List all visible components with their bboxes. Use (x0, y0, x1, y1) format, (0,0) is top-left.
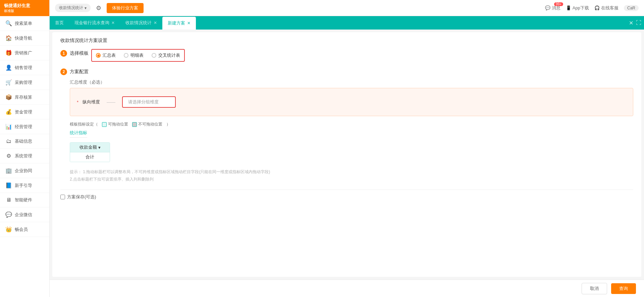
breadcrumb: 收款情况统计 ▾ (55, 4, 91, 12)
sidebar-item-operations[interactable]: 📊 经营管理 (0, 119, 49, 134)
template-radio-group: 汇总表 明细表 交叉统计表 (91, 49, 185, 62)
step2-title: 方案配置 (70, 69, 89, 75)
messages-button[interactable]: 💬 消息 99+ (545, 5, 560, 11)
tab-home[interactable]: 首页 (50, 16, 69, 30)
hint-1: 提示： 1.拖动标题栏可以调整布局，不可跨维度或指标区域拖动栏目字段(只能在同一… (70, 168, 633, 176)
draggable-indicator: 可拖动位置 (102, 121, 128, 127)
query-button[interactable]: 查询 (611, 283, 636, 294)
sidebar-item-member[interactable]: 👑 畅会员 (0, 222, 49, 237)
vertical-dim-label: 纵向维度 (83, 99, 100, 105)
cancel-button[interactable]: 取消 (582, 283, 607, 294)
hint-section: 提示： 1.拖动标题栏可以调整布局，不可跨维度或指标区域拖动栏目字段(只能在同一… (70, 168, 633, 183)
radio-detail-label: 明细表 (130, 52, 144, 58)
metrics-label-row: 模板指标设定（ 可拖动位置 不可拖动位置 ） (70, 121, 633, 127)
sidebar-item-guide[interactable]: 📘 新手引导 (0, 178, 49, 193)
sidebar-item-label: 营销推广 (15, 50, 32, 56)
dimension-area: * 纵向维度 —— 请选择分组维度 (70, 88, 633, 116)
sidebar-item-inventory[interactable]: 📦 库存核算 (0, 90, 49, 105)
tab-bank-flow[interactable]: 现金银行流水查询 ✕ (69, 16, 120, 30)
config-content: 汇总维度（必选） * 纵向维度 —— 请选择分组维度 模板指标设定（ (70, 79, 633, 183)
sidebar-item-smart-hw[interactable]: 🖥 智能硬件 (0, 193, 49, 207)
chat-icon: 💬 (5, 211, 12, 218)
tab-expand-icon[interactable]: ⛶ (636, 20, 641, 26)
step1-num: 1 (60, 50, 67, 57)
monitor-icon: 🖥 (5, 197, 12, 203)
tab-home-label: 首页 (55, 20, 64, 26)
radio-summary[interactable]: 汇总表 (96, 52, 116, 58)
metrics-table-head: 收款金额 ▾ (70, 143, 110, 152)
sidebar-item-marketing[interactable]: 🎁 营销推广 (0, 46, 49, 60)
step2-section: 2 方案配置 汇总维度（必选） * 纵向维度 —— 请选择分组维度 (60, 68, 633, 183)
industry-plan-button[interactable]: 体验行业方案 (107, 3, 144, 13)
breadcrumb-text: 收款情况统计 (59, 5, 83, 11)
sidebar-item-wechat[interactable]: 💬 企业微信 (0, 207, 49, 222)
radio-cross-label: 交叉统计表 (158, 52, 180, 58)
tab-bank-flow-close[interactable]: ✕ (111, 20, 115, 25)
sidebar-item-label: 销售管理 (15, 65, 32, 71)
metrics-tag[interactable]: 收款金额 ▾ (70, 143, 110, 152)
home-icon: 🏠 (5, 35, 12, 41)
radio-cross[interactable]: 交叉统计表 (152, 52, 180, 58)
draggable-box (102, 122, 107, 127)
metrics-section-label: 统计指标 (70, 130, 87, 138)
top-header: 收款情况统计 ▾ ⚙ 体验行业方案 💬 消息 99+ 📱 App下载 🎧 在线客… (50, 0, 644, 16)
tab-close-all-icon[interactable]: ✕ (629, 20, 633, 26)
sidebar-item-search-menu[interactable]: 🔍 搜索菜单 (0, 16, 49, 31)
logo-name: 畅捷通好生意 (4, 3, 30, 9)
box-icon: 📦 (5, 94, 12, 100)
tab-bar: 首页 现金银行流水查询 ✕ 收款情况统计 ✕ 新建方案 ✕ ✕ ⛶ (50, 16, 644, 30)
building-icon: 🏢 (5, 167, 12, 174)
sidebar-item-label: 资金管理 (15, 109, 32, 115)
step2-num: 2 (60, 68, 67, 75)
search-menu-icon: 🔍 (5, 20, 12, 27)
sidebar-logo: 畅捷通好生意 标准版 (0, 0, 49, 16)
radio-detail[interactable]: 明细表 (124, 52, 144, 58)
metrics-config-close: ） (166, 121, 170, 127)
arrow-separator: —— (107, 100, 115, 105)
sidebar-item-system[interactable]: ⚙ 系统管理 (0, 149, 49, 163)
content-area: 收款情况统计方案设置 1 选择模板 汇总表 (50, 30, 644, 297)
page-title: 收款情况统计方案设置 (60, 38, 633, 44)
radio-detail-circle (124, 53, 128, 58)
sidebar-item-purchase[interactable]: 🛒 采购管理 (0, 75, 49, 90)
draggable-label: 可拖动位置 (108, 121, 128, 127)
save-section: 方案保存(可选) (60, 190, 633, 200)
collection-amount-table: 收款金额 ▾ 合计 (70, 142, 110, 162)
gear-icon: ⚙ (5, 153, 12, 159)
metrics-tag-label: 收款金额 (79, 144, 97, 150)
support-icon: 🎧 (594, 5, 600, 10)
tab-right-buttons: ✕ ⛶ (629, 20, 644, 26)
hint-2: 2.点击标题栏下拉可设置排序、插入列和删除列 (70, 176, 633, 183)
tab-new-plan[interactable]: 新建方案 ✕ (162, 17, 196, 30)
folder-icon: 🗂 (5, 138, 12, 144)
sidebar: 畅捷通好生意 标准版 🔍 搜索菜单 🏠 快捷导航 🎁 营销推广 👤 销售管理 🛒… (0, 0, 50, 297)
metrics-table-area: 统计指标 收款金额 ▾ (70, 130, 633, 163)
save-checkbox[interactable] (60, 195, 65, 199)
settings-icon[interactable]: ⚙ (96, 4, 101, 12)
sidebar-item-label: 企业微信 (15, 212, 32, 218)
crown-icon: 👑 (5, 226, 12, 233)
tab-new-plan-close[interactable]: ✕ (187, 21, 191, 26)
footer: 取消 查询 (50, 280, 644, 297)
sidebar-item-sales[interactable]: 👤 销售管理 (0, 60, 49, 75)
tab-collection-stat[interactable]: 收款情况统计 ✕ (120, 16, 162, 30)
sidebar-item-label: 基础信息 (15, 138, 32, 144)
step1-header: 1 选择模板 (60, 50, 89, 57)
sidebar-item-finance[interactable]: 💰 资金管理 (0, 105, 49, 119)
sidebar-item-label: 采购管理 (15, 80, 32, 86)
person-icon: 👤 (5, 64, 12, 71)
step1-title: 选择模板 (70, 50, 89, 56)
tab-new-plan-label: 新建方案 (168, 20, 185, 26)
sidebar-item-quick-nav[interactable]: 🏠 快捷导航 (0, 31, 49, 46)
online-support-button[interactable]: 🎧 在线客服 (594, 5, 619, 11)
app-download-button[interactable]: 📱 App下载 (566, 5, 589, 11)
logo-badge: 标准版 (4, 9, 30, 13)
sidebar-item-basic-info[interactable]: 🗂 基础信息 (0, 134, 49, 149)
tab-collection-stat-close[interactable]: ✕ (154, 20, 157, 25)
sidebar-item-label: 搜索菜单 (15, 20, 32, 27)
dimension-select[interactable]: 请选择分组维度 (122, 96, 176, 108)
metrics-config: 模板指标设定（ 可拖动位置 不可拖动位置 ） (70, 121, 633, 163)
sidebar-item-enterprise[interactable]: 🏢 企业协同 (0, 163, 49, 178)
message-icon: 💬 (545, 5, 550, 10)
user-avatar[interactable]: CaR (624, 5, 639, 11)
